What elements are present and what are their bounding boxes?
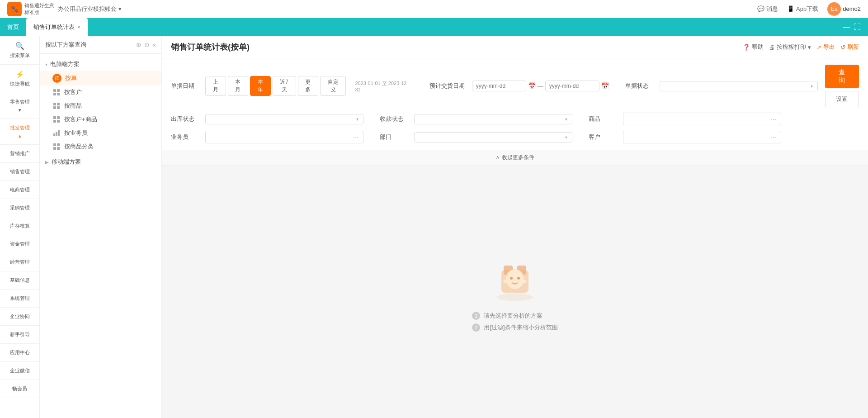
message-action[interactable]: 💬 消息 [757, 5, 778, 13]
app-download-action[interactable]: 📱 App下载 [787, 5, 818, 13]
breadcrumb[interactable]: 办公用品行业模拟账套 ▾ [58, 5, 122, 13]
settings-button[interactable]: 设置 [825, 91, 859, 107]
content-area: 按以下方案查询 ⊕ ⊙ « ▾ 电脑端方案 按 按单 [40, 36, 868, 418]
ship-status-select[interactable]: ▾ [205, 114, 363, 124]
dept-select[interactable]: ▾ [414, 132, 572, 142]
svg-rect-4 [53, 103, 56, 105]
customer-label: 客户 [589, 133, 616, 141]
sidebar-item-inventory[interactable]: 库存核算 [0, 217, 39, 235]
tree-item-by-customer-goods[interactable]: 按客户+商品 [40, 113, 161, 126]
message-icon: 💬 [757, 5, 764, 12]
collapse-bar[interactable]: ∧ 收起更多条件 [162, 150, 868, 166]
sidebar-item-wholesale[interactable]: 批发管理 ▴ [0, 119, 39, 145]
print-icon: 🖨 [769, 44, 775, 51]
date-filters: 上月 本月 本年 近7天 更多 自定义 [205, 76, 346, 96]
svg-rect-14 [58, 130, 60, 136]
sidebar-item-marketing[interactable]: 营销推广 [0, 145, 39, 163]
customer-input[interactable]: ··· [623, 131, 781, 143]
page-title: 销售订单统计表(按单) [171, 42, 250, 52]
svg-point-25 [517, 277, 520, 280]
date-label: 单据日期 [171, 82, 198, 90]
sidebar-item-purchase[interactable]: 采购管理 [0, 199, 39, 217]
sidebar-item-system[interactable]: 系统管理 [0, 290, 39, 308]
salesman-dots-icon[interactable]: ··· [353, 133, 359, 141]
date-btn-this-month[interactable]: 本月 [228, 76, 249, 96]
sidebar-item-quick-nav[interactable]: ⚡ 快捷导航 [0, 65, 39, 93]
pay-status-select[interactable]: ▾ [414, 114, 572, 124]
right-panel: 销售订单统计表(按单) ❓ 帮助 🖨 按模板打印 ▾ ↗ 导出 [162, 36, 868, 418]
tab-minimize-icon[interactable]: — [843, 23, 850, 31]
sidebar-item-app-center[interactable]: 应用中心 [0, 344, 39, 362]
salesman-label: 业务员 [171, 133, 198, 141]
user-avatar[interactable]: Ea demo2 [827, 2, 861, 16]
sidebar-item-member[interactable]: 畅会员 [0, 380, 39, 398]
tab-maximize-icon[interactable]: ⛶ [854, 23, 861, 31]
add-scheme-button[interactable]: ⊕ [136, 41, 142, 48]
refresh-action[interactable]: ↺ 刷新 [840, 43, 859, 51]
expected-date-label: 预计交货日期 [429, 82, 465, 90]
filter-row-1: 单据日期 上月 本月 本年 近7天 更多 自定义 2023-01-01 至 20… [171, 65, 859, 107]
date-btn-more[interactable]: 更多 [298, 76, 319, 96]
sidebar-item-finance[interactable]: 资金管理 [0, 235, 39, 253]
sidebar-item-ecommerce[interactable]: 电商管理 [0, 181, 39, 199]
tree-item-by-salesman[interactable]: 按业务员 [40, 126, 161, 140]
sidebar-item-wechat[interactable]: 企业微信 [0, 362, 39, 380]
dept-label: 部门 [380, 133, 407, 141]
svg-rect-13 [56, 132, 57, 136]
export-action[interactable]: ↗ 导出 [816, 43, 835, 51]
goods-dots-icon[interactable]: ··· [771, 115, 776, 123]
tab-close-icon[interactable]: × [77, 24, 80, 30]
empty-tip-2: 2 用[过滤]条件来缩小分析范围 [472, 323, 557, 332]
expected-date-start[interactable] [472, 81, 526, 91]
query-buttons: 查询 设置 [825, 65, 859, 107]
sidebar-item-operations[interactable]: 经营管理 [0, 253, 39, 271]
empty-state: 1 请先选择要分析的方案 2 用[过滤]条件来缩小分析范围 [162, 166, 868, 418]
help-icon: ❓ [743, 44, 750, 51]
customer-dots-icon[interactable]: ··· [771, 133, 776, 141]
salesman-input[interactable]: ··· [205, 131, 363, 143]
empty-tips: 1 请先选择要分析的方案 2 用[过滤]条件来缩小分析范围 [472, 312, 557, 332]
tab-home[interactable]: 首页 [0, 18, 26, 36]
svg-point-19 [497, 294, 533, 301]
goods-input[interactable]: ··· [623, 113, 781, 125]
sidebar-item-enterprise[interactable]: 企业协同 [0, 308, 39, 326]
tree-item-by-category[interactable]: 按商品分类 [40, 140, 161, 153]
sidebar-item-search[interactable]: 🔍 搜索菜单 [0, 36, 39, 65]
print-arrow-icon: ▾ [808, 44, 811, 51]
svg-rect-10 [53, 120, 56, 123]
sidebar-item-retail[interactable]: 零售管理 ▾ [0, 93, 39, 119]
by-order-icon: 按 [52, 74, 61, 83]
filter-row-2: 出库状态 ▾ 收款状态 ▾ 商品 ··· [171, 113, 859, 125]
svg-rect-8 [53, 116, 56, 119]
settings-scheme-button[interactable]: ⊙ [144, 41, 150, 48]
template-print-action[interactable]: 🖨 按模板打印 ▾ [769, 43, 811, 51]
tab-sales-order-stats[interactable]: 销售订单统计表 × [26, 18, 88, 36]
date-btn-custom[interactable]: 自定义 [320, 76, 346, 96]
tree-item-by-order[interactable]: 按 按单 [40, 71, 161, 86]
tree-item-by-customer[interactable]: 按客户 [40, 86, 161, 99]
dept-arrow-icon: ▾ [565, 135, 567, 140]
tree-section-pc-header[interactable]: ▾ 电脑端方案 [40, 57, 161, 71]
date-btn-last-7-days[interactable]: 近7天 [273, 76, 296, 96]
query-button[interactable]: 查询 [825, 65, 859, 88]
sidebar-item-basic-info[interactable]: 基础信息 [0, 271, 39, 290]
calendar-start-icon[interactable]: 📅 [528, 82, 536, 90]
svg-point-24 [510, 277, 513, 280]
help-action[interactable]: ❓ 帮助 [743, 43, 764, 51]
tab-actions: — ⛶ [843, 23, 868, 31]
pay-status-label: 收款状态 [380, 115, 407, 123]
tree-section-mobile-header[interactable]: ▶ 移动端方案 [40, 155, 161, 169]
left-panel: 按以下方案查询 ⊕ ⊙ « ▾ 电脑端方案 按 按单 [40, 36, 162, 418]
expected-date-end[interactable] [545, 81, 599, 91]
sidebar-item-sales[interactable]: 销售管理 [0, 163, 39, 181]
status-select[interactable]: ▾ [660, 81, 818, 91]
tree-item-by-goods[interactable]: 按商品 [40, 99, 161, 113]
date-btn-last-month[interactable]: 上月 [205, 76, 226, 96]
calendar-end-icon[interactable]: 📅 [601, 82, 609, 90]
avatar: Ea [827, 2, 841, 16]
refresh-icon: ↺ [840, 44, 845, 51]
panel-actions: ⊕ ⊙ « [136, 41, 156, 48]
sidebar-item-newbie[interactable]: 新手引导 [0, 326, 39, 344]
date-btn-this-year[interactable]: 本年 [250, 76, 271, 96]
collapse-panel-button[interactable]: « [152, 41, 156, 48]
